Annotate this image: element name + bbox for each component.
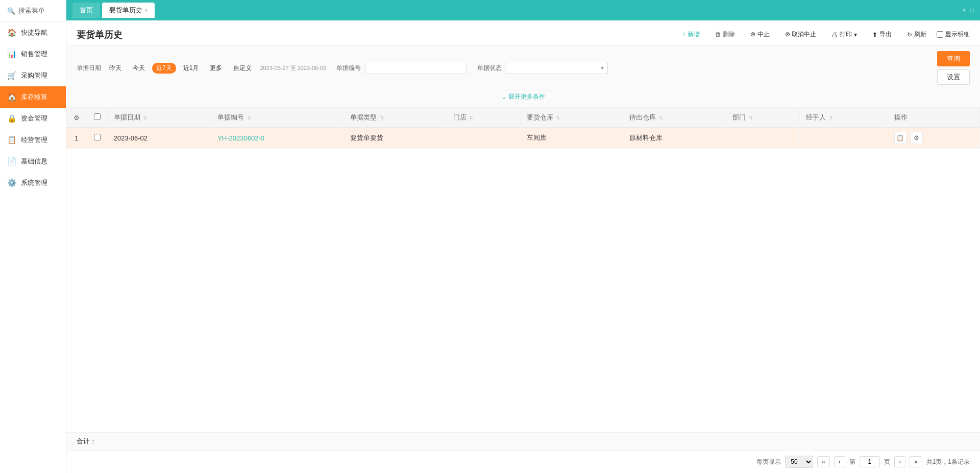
delete-button[interactable]: 🗑 删除 <box>710 28 740 41</box>
expand-more-btn[interactable]: ⌄ 展开更多条件 <box>501 90 545 103</box>
col-bill-type[interactable]: 单据类型 ⇅ <box>344 108 447 128</box>
row-settings: 1 <box>66 128 87 149</box>
export-button[interactable]: ⬆ 导出 <box>867 28 897 41</box>
col-date[interactable]: 单据日期 ⇅ <box>107 108 211 128</box>
refresh-button[interactable]: ↻ 刷新 <box>902 28 932 41</box>
col-settings[interactable]: ⚙ <box>66 108 87 128</box>
tab-active-label: 要货单历史 <box>109 6 142 15</box>
pagination-next-btn[interactable]: › <box>894 456 905 467</box>
pagination-prev-btn[interactable]: ‹ <box>834 456 845 467</box>
topbar-right: × □ <box>963 7 974 14</box>
export-icon: ⬆ <box>872 31 877 38</box>
sidebar-item-quick-nav[interactable]: 🏠 快捷导航 <box>0 22 66 43</box>
date-btn-7days[interactable]: 近7天 <box>152 63 176 74</box>
select-all-checkbox[interactable] <box>94 113 101 120</box>
tab-active[interactable]: 要货单历史 × <box>102 3 155 18</box>
col-handler[interactable]: 经手人 ⇅ <box>799 108 888 128</box>
sidebar-item-finance-label: 资金管理 <box>21 114 47 123</box>
row-checkbox[interactable] <box>94 134 101 140</box>
per-page-label: 每页显示 <box>756 458 781 466</box>
col-checkbox <box>87 108 107 128</box>
topbar-close-btn[interactable]: × <box>963 7 966 14</box>
cancel-stop-button[interactable]: ⊗ 取消中止 <box>780 28 821 41</box>
per-page-select[interactable]: 20 50 100 <box>785 456 813 468</box>
refresh-icon: ↻ <box>907 31 912 38</box>
col-req-warehouse[interactable]: 要货仓库 ⇅ <box>520 108 623 128</box>
display-detail-label: 显示明细 <box>945 30 970 39</box>
date-filter-buttons: 昨天 今天 近7天 近1月 更多 自定义 <box>105 63 256 74</box>
col-pending-warehouse[interactable]: 待出仓库 ⇅ <box>623 108 726 128</box>
sidebar-item-operations-label: 经营管理 <box>21 135 47 145</box>
stop-button[interactable]: ⊗ 中止 <box>745 28 774 41</box>
operations-icon: 📋 <box>7 135 17 145</box>
tab-home[interactable]: 首页 <box>72 3 100 18</box>
row-edit-btn[interactable]: 📋 <box>894 132 906 144</box>
col-bill-no[interactable]: 单据编号 ⇅ <box>211 108 344 128</box>
col-bill-no-sort-icon: ⇅ <box>247 115 251 121</box>
bill-no-input[interactable] <box>365 62 467 74</box>
display-detail-checkbox[interactable] <box>937 31 943 38</box>
sidebar-item-operations[interactable]: 📋 经营管理 <box>0 129 66 151</box>
query-button[interactable]: 查询 <box>937 51 970 66</box>
col-pending-warehouse-sort-icon: ⇅ <box>659 115 663 121</box>
sidebar-item-system[interactable]: ⚙️ 系统管理 <box>0 172 66 194</box>
col-store[interactable]: 门店 ⇅ <box>447 108 520 128</box>
data-table: ⚙ 单据日期 ⇅ 单据编号 ⇅ 单据类型 <box>66 108 980 149</box>
date-filter-label: 单据日期 <box>77 64 101 73</box>
date-btn-more[interactable]: 更多 <box>206 63 226 74</box>
sidebar-item-system-label: 系统管理 <box>21 178 47 187</box>
topbar-maximize-btn[interactable]: □ <box>970 7 974 14</box>
sidebar-item-inventory-label: 库存核算 <box>21 92 47 102</box>
home-icon: 🏠 <box>7 28 17 37</box>
sidebar-item-inventory[interactable]: 🏠 库存核算 <box>0 86 66 108</box>
finance-icon: 🔒 <box>7 114 17 123</box>
expand-icon: ⌄ <box>501 93 506 101</box>
sidebar-item-sales[interactable]: 📊 销售管理 <box>0 43 66 65</box>
pagination-last-btn[interactable]: » <box>910 456 922 467</box>
pagination-first-btn[interactable]: « <box>817 456 830 467</box>
footer-total-label: 合计： <box>77 437 96 446</box>
sales-icon: 📊 <box>7 50 17 59</box>
content-area: 要货单历史 + 新增 🗑 删除 ⊗ 中止 ⊗ 取消中止 🖨 打印 ▾ ⬆ 导出 … <box>66 20 980 473</box>
col-actions: 操作 <box>888 108 979 128</box>
col-store-sort-icon: ⇅ <box>469 115 473 121</box>
bill-no-filter-group: 单据编号 <box>336 62 467 74</box>
date-btn-1month[interactable]: 近1月 <box>179 63 203 74</box>
row-checkbox-cell[interactable] <box>87 128 107 149</box>
date-range-display: 2023-05-27 至 2023-06-02 <box>260 64 326 72</box>
col-department-sort-icon: ⇅ <box>749 115 753 121</box>
date-btn-today[interactable]: 今天 <box>129 63 149 74</box>
bill-status-select-wrapper <box>506 62 608 74</box>
row-req-warehouse: 车间库 <box>520 128 623 149</box>
search-icon: 🔍 <box>7 7 15 15</box>
col-department[interactable]: 部门 ⇅ <box>726 108 800 128</box>
col-handler-sort-icon: ⇅ <box>829 115 833 121</box>
main-area: 首页 要货单历史 × × □ 要货单历史 + 新增 🗑 删除 ⊗ 中止 ⊗ 取消… <box>66 0 980 473</box>
bill-status-label: 单据状态 <box>477 64 502 73</box>
setting-button[interactable]: 设置 <box>937 69 970 85</box>
tab-close-icon[interactable]: × <box>144 7 148 13</box>
sidebar-item-finance[interactable]: 🔒 资金管理 <box>0 108 66 129</box>
pagination-page-input[interactable] <box>860 456 880 467</box>
date-filter-group: 单据日期 昨天 今天 近7天 近1月 更多 自定义 2023-05-27 至 2… <box>77 63 326 74</box>
print-button[interactable]: 🖨 打印 ▾ <box>826 28 862 41</box>
row-bill-no[interactable]: YH-20230602-0 <box>211 128 344 149</box>
display-detail-toggle[interactable]: 显示明细 <box>937 30 970 39</box>
col-bill-type-label: 单据类型 <box>350 113 377 121</box>
filter-actions: 查询 设置 <box>937 51 970 85</box>
sidebar-search-label: 搜索菜单 <box>18 6 45 15</box>
bill-status-select[interactable] <box>506 62 608 74</box>
print-label: 打印 <box>840 30 852 39</box>
sidebar-item-purchase[interactable]: 🛒 采购管理 <box>0 65 66 86</box>
sidebar: 🔍 搜索菜单 🏠 快捷导航 📊 销售管理 🛒 采购管理 🏠 库存核算 🔒 资金管… <box>0 0 66 473</box>
table-body: 1 2023-06-02 YH-20230602-0 要货单要货 车间库 原材料… <box>66 128 980 149</box>
col-department-label: 部门 <box>732 113 746 121</box>
sidebar-search[interactable]: 🔍 搜索菜单 <box>0 0 66 22</box>
sidebar-item-basic[interactable]: 📄 基础信息 <box>0 151 66 172</box>
date-btn-yesterday[interactable]: 昨天 <box>105 63 126 74</box>
add-button[interactable]: + 新增 <box>677 28 705 41</box>
row-delete-btn[interactable]: ⚙ <box>911 132 923 144</box>
row-bill-no-link[interactable]: YH-20230602-0 <box>217 134 264 142</box>
row-department <box>726 128 800 149</box>
date-btn-custom[interactable]: 自定义 <box>229 63 256 74</box>
